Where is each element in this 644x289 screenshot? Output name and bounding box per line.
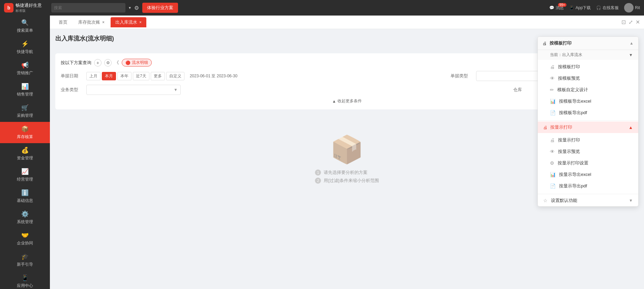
tab-home-label: 首页 [59,19,67,25]
template-preview-item[interactable]: 👁 按模板预览 [538,73,638,84]
search-menu-icon: 🔍 [21,19,29,26]
warehouse-field-label: 仓库 [513,87,533,93]
display-section-icon: 🖨 [543,125,548,130]
biz-type-select[interactable]: ▼ [86,85,181,95]
print-template-section: 🖨 按模板打印 👁 按模板预览 ✏ 模板自定义设计 📊 按模板导出excel [538,60,638,120]
print-panel: 🖨 按模板打印 ▲ 当前：出入库流水 ▼ 🖨 按模板打印 [537,36,639,207]
template-export-pdf-item[interactable]: 📄 按模板导出pdf [538,107,638,119]
sidebar-item-quick-nav[interactable]: ⚡ 快捷导航 [0,37,50,58]
filter-tag[interactable]: 🔴 流水明细 [122,59,152,67]
tab-batch-account-label: 库存批次账 [78,19,100,25]
sidebar-item-sales[interactable]: 📊 销售管理 [0,79,50,101]
message-item[interactable]: 💬 消息 99+ [549,5,564,11]
date-range-display: 2023-06-01 至 2023-06-30 [190,73,237,79]
sidebar-item-label: 快捷导航 [17,49,33,55]
date-btn-this-year[interactable]: 本年 [117,72,131,80]
sidebar-item-purchase[interactable]: 🛒 采购管理 [0,101,50,122]
operations-icon: 📈 [21,168,29,175]
date-btn-this-month[interactable]: 本月 [102,72,116,80]
main-area: 首页 库存批次账 × 出入库流水 × ⊡ ⤢ ✕ 出入库流水(流水明细) [50,16,644,289]
tab-restore-icon[interactable]: ⊡ [621,19,626,25]
doc-type-field-label: 单据类型 [450,73,471,79]
trial-button[interactable]: 体验行业方案 [142,3,178,13]
step-num-2: 2 [315,178,321,184]
date-btn-last-month[interactable]: 上月 [86,72,100,80]
sidebar-item-cooperation[interactable]: 🤝 企业协同 [0,228,50,249]
filter-settings-button[interactable]: ⚙ [104,59,112,67]
date-btn-more[interactable]: 更多 [151,72,165,80]
headset-icon: 🎧 [596,5,601,10]
set-default-item[interactable]: ☆ 设置默认功能 ▼ [538,195,638,206]
tab-close-all-icon[interactable]: ✕ [636,19,640,25]
marketing-icon: 📢 [21,61,29,69]
display-print-label: 按显示打印 [558,137,580,143]
customer-service-item[interactable]: 🎧 在线客服 [596,5,619,11]
display-print-settings-item[interactable]: ⚙ 按显示打印设置 [538,157,638,169]
tab-batch-account-close[interactable]: × [102,20,105,25]
search-input[interactable] [51,3,125,12]
sidebar-item-marketing[interactable]: 📢 营销推广 [0,58,50,79]
template-print-item[interactable]: 🖨 按模板打印 [538,61,638,73]
sidebar-item-basic-info[interactable]: ℹ️ 基础信息 [0,186,50,207]
sidebar-item-label: 系统管理 [17,219,33,225]
sidebar-item-label: 经营管理 [17,177,33,182]
tab-inout-flow-close[interactable]: × [139,20,142,25]
display-print-item[interactable]: 🖨 按显示打印 [538,134,638,146]
user-area[interactable]: Rit [624,3,640,12]
tab-inout-flow[interactable]: 出入库流水 × [111,17,146,27]
filter-collapse-icon[interactable]: 《 [114,60,119,66]
display-excel-icon: 📊 [550,172,556,177]
layout: 🔍 搜索菜单 ⚡ 快捷导航 📢 营销推广 📊 销售管理 🛒 采购管理 📦 库存核… [0,16,644,289]
template-print-icon: 🖨 [550,64,555,70]
quick-nav-icon: ⚡ [21,40,29,48]
sidebar-item-guide[interactable]: 🎓 新手引导 [0,249,50,271]
print-panel-current-arrow: ▼ [629,53,633,57]
template-custom-item[interactable]: ✏ 模板自定义设计 [538,84,638,96]
sidebar-item-system[interactable]: ⚙️ 系统管理 [0,207,50,228]
filter-add-button[interactable]: + [94,59,101,67]
sidebar-item-search[interactable]: 🔍 搜索菜单 [0,16,50,37]
display-print-icon: 🖨 [550,137,555,143]
template-pdf-icon: 📄 [550,110,556,115]
display-settings-icon: ⚙ [550,160,554,166]
collapse-button[interactable]: ▲ 收起更多条件 [332,98,362,104]
display-section-label: 按显示打印 [550,124,572,130]
display-section-header[interactable]: 🖨 按显示打印 ▲ [538,122,638,133]
tab-batch-account[interactable]: 库存批次账 × [74,17,109,27]
date-btn-last-7[interactable]: 近7天 [133,72,149,80]
empty-step-1-label: 请先选择要分析的方案 [324,169,368,176]
purchase-icon: 🛒 [21,104,29,111]
template-print-label: 按模板打印 [558,64,580,70]
template-export-pdf-label: 按模板导出pdf [559,110,587,116]
display-export-excel-item[interactable]: 📊 按显示导出excel [538,169,638,180]
logo-icon: b [4,3,13,12]
user-name: Rit [635,5,640,10]
print-panel-divider-1 [538,121,638,121]
sidebar-item-label: 销售管理 [17,91,33,97]
sidebar-item-label: 搜索菜单 [17,28,33,33]
display-preview-item[interactable]: 👁 按显示预览 [538,146,638,157]
print-panel-current: 当前：出入库流水 ▼ [538,50,638,60]
print-panel-close-icon[interactable]: ▲ [630,41,634,46]
header-search-area [51,3,125,12]
template-export-excel-item[interactable]: 📊 按模板导出excel [538,96,638,107]
print-panel-divider-2 [538,194,638,194]
page-title: 出入库流水(流水明细) [55,34,114,43]
sidebar-item-finance[interactable]: 💰 资金管理 [0,143,50,164]
date-field-label: 单据日期 [61,73,81,79]
header-dropdown-icon[interactable]: ▾ [129,5,131,10]
finance-icon: 💰 [21,147,29,154]
tab-home[interactable]: 首页 [54,17,72,27]
tab-expand-icon[interactable]: ⤢ [628,19,633,25]
sidebar-item-label: 营销推广 [17,70,33,76]
tab-bar: 首页 库存批次账 × 出入库流水 × ⊡ ⤢ ✕ [50,16,644,29]
header-gear-icon[interactable]: ⚙ [134,5,139,11]
date-btn-custom[interactable]: 自定义 [166,72,184,80]
sidebar-item-inventory[interactable]: 📦 库存核算 [0,122,50,143]
sidebar-item-operations[interactable]: 📈 经营管理 [0,164,50,186]
empty-step-2-label: 用[过滤]条件来缩小分析范围 [324,178,379,184]
system-icon: ⚙️ [21,210,29,218]
app-download-item[interactable]: 📱 App下载 [569,5,591,11]
sidebar-item-app-center[interactable]: 📱 应用中心 [0,271,50,289]
display-export-pdf-item[interactable]: 📄 按显示导出pdf [538,180,638,192]
